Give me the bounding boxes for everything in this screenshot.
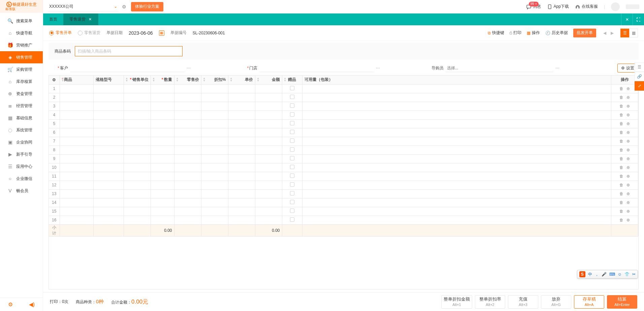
- cell[interactable]: [174, 84, 201, 93]
- cell[interactable]: [151, 207, 174, 216]
- cell[interactable]: [228, 207, 255, 216]
- col-ops[interactable]: 操作: [611, 75, 638, 84]
- cell[interactable]: [124, 93, 151, 102]
- cell[interactable]: [255, 93, 282, 102]
- delete-icon[interactable]: 🗑: [619, 209, 624, 214]
- cell[interactable]: [60, 198, 93, 207]
- cell[interactable]: [151, 128, 174, 137]
- cell[interactable]: [174, 163, 201, 172]
- table-row[interactable]: 3🗑⊕: [49, 102, 638, 111]
- radio-retail-open[interactable]: 零售开单: [49, 30, 72, 36]
- col-unit[interactable]: ▴▾*销售单位: [124, 75, 151, 84]
- col-amount[interactable]: ▴▾金额: [255, 75, 282, 84]
- nav-item-db[interactable]: ▦基础信息: [0, 112, 43, 124]
- cell[interactable]: [255, 154, 282, 163]
- cell[interactable]: [174, 189, 201, 198]
- cell[interactable]: [60, 84, 93, 93]
- ime-toolbar[interactable]: S 中 ， 🎤 ⌨ ☺ 👕 ✂: [577, 270, 638, 279]
- cell[interactable]: [174, 102, 201, 111]
- table-row[interactable]: 5🗑⊕: [49, 119, 638, 128]
- gift-cell[interactable]: [282, 189, 302, 198]
- add-row-icon[interactable]: ⊕: [625, 191, 631, 196]
- cell[interactable]: [174, 154, 201, 163]
- cell[interactable]: [228, 137, 255, 146]
- delete-icon[interactable]: 🗑: [619, 130, 624, 135]
- delete-icon[interactable]: 🗑: [619, 174, 624, 179]
- table-row[interactable]: 14🗑⊕: [49, 198, 638, 207]
- add-row-icon[interactable]: ⊕: [625, 209, 631, 214]
- ops-link[interactable]: ▦操作: [527, 30, 540, 36]
- add-row-icon[interactable]: ⊕: [625, 130, 631, 135]
- shortcut-link[interactable]: ⧉快捷键: [488, 30, 504, 36]
- table-row[interactable]: 4🗑⊕: [49, 111, 638, 119]
- cell[interactable]: [255, 172, 282, 181]
- cell[interactable]: [93, 111, 124, 119]
- cell[interactable]: [302, 163, 611, 172]
- cell[interactable]: [255, 102, 282, 111]
- cell[interactable]: [302, 93, 611, 102]
- cell[interactable]: [124, 163, 151, 172]
- cell[interactable]: [174, 146, 201, 154]
- table-row[interactable]: 1🗑⊕: [49, 84, 638, 93]
- cell[interactable]: [302, 84, 611, 93]
- table-row[interactable]: 6🗑⊕: [49, 128, 638, 137]
- nav-item-sys[interactable]: ◌系统管理: [0, 124, 43, 136]
- cell[interactable]: [302, 154, 611, 163]
- table-row[interactable]: 2🗑⊕: [49, 93, 638, 102]
- cell[interactable]: [151, 198, 174, 207]
- store-picker-icon[interactable]: ⋯: [376, 66, 380, 70]
- add-row-icon[interactable]: ⊕: [625, 174, 631, 179]
- cell[interactable]: [302, 172, 611, 181]
- nav-item-chart[interactable]: ≣经营管理: [0, 100, 43, 112]
- cell[interactable]: [124, 111, 151, 119]
- cell[interactable]: [124, 119, 151, 128]
- cell[interactable]: [124, 189, 151, 198]
- footer-btn-2[interactable]: 充值Alt+3: [508, 295, 538, 309]
- cell[interactable]: [60, 154, 93, 163]
- cell[interactable]: [93, 146, 124, 154]
- customer-picker-icon[interactable]: ⋯: [187, 66, 191, 70]
- add-row-icon[interactable]: ⊕: [625, 217, 631, 223]
- nav-item-home[interactable]: ⌂快捷导航: [0, 27, 43, 39]
- gift-cell[interactable]: [282, 137, 302, 146]
- cell[interactable]: [151, 84, 174, 93]
- cell[interactable]: [93, 163, 124, 172]
- cell[interactable]: [93, 102, 124, 111]
- guide-input[interactable]: [446, 64, 553, 72]
- gift-cell[interactable]: [282, 93, 302, 102]
- cell[interactable]: [201, 84, 228, 93]
- table-row[interactable]: 11🗑⊕: [49, 172, 638, 181]
- fullscreen-icon[interactable]: [633, 13, 644, 25]
- add-row-icon[interactable]: ⊕: [625, 138, 631, 144]
- add-row-icon[interactable]: ⊕: [625, 95, 631, 100]
- col-price[interactable]: ▴▾单价: [228, 75, 255, 84]
- col-retail[interactable]: ▴▾零售价: [174, 75, 201, 84]
- cell[interactable]: [93, 154, 124, 163]
- cell[interactable]: [201, 189, 228, 198]
- cell[interactable]: [60, 146, 93, 154]
- view-card-icon[interactable]: ▦: [629, 29, 638, 37]
- cell[interactable]: [151, 111, 174, 119]
- table-row[interactable]: 9🗑⊕: [49, 154, 638, 163]
- nav-item-stock[interactable]: ⌂库存核算: [0, 75, 43, 88]
- table-row[interactable]: 13🗑⊕: [49, 189, 638, 198]
- cell[interactable]: [255, 137, 282, 146]
- cell[interactable]: [201, 207, 228, 216]
- cell[interactable]: [228, 111, 255, 119]
- gift-cell[interactable]: [282, 128, 302, 137]
- delete-icon[interactable]: 🗑: [619, 112, 624, 118]
- cell[interactable]: [60, 111, 93, 119]
- try-industry-button[interactable]: 体验行业方案: [131, 2, 163, 11]
- cell[interactable]: [302, 181, 611, 189]
- cell[interactable]: [302, 119, 611, 128]
- cell[interactable]: [255, 198, 282, 207]
- company-settings-icon[interactable]: ⚙: [122, 4, 126, 9]
- cell[interactable]: [151, 146, 174, 154]
- store-input[interactable]: [259, 64, 374, 72]
- cell[interactable]: [60, 93, 93, 102]
- cell[interactable]: [174, 216, 201, 224]
- cell[interactable]: [124, 216, 151, 224]
- nav-item-guide[interactable]: ▶新手引导: [0, 148, 43, 160]
- cell[interactable]: [201, 146, 228, 154]
- add-row-icon[interactable]: ⊕: [625, 182, 631, 188]
